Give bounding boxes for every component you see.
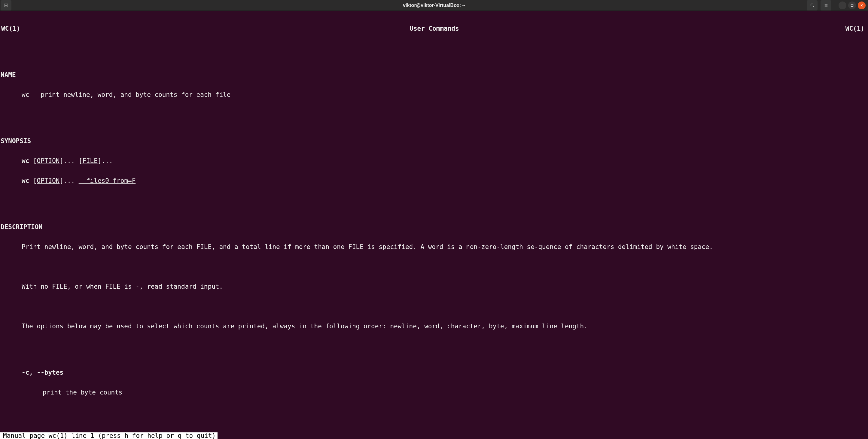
name-text: wc - print newline, word, and byte count… xyxy=(1,91,868,98)
description-para-3: The options below may be used to select … xyxy=(1,323,868,329)
menu-button[interactable] xyxy=(820,0,831,10)
pager-status-line: Manual page wc(1) line 1 (press h for he… xyxy=(0,432,218,439)
option-desc: print the byte counts xyxy=(1,389,868,396)
description-para-2: With no FILE, or when FILE is -, read st… xyxy=(1,283,868,290)
section-heading-synopsis: SYNOPSIS xyxy=(1,138,868,144)
synopsis-line-1: wc [OPTION]... [FILE]... xyxy=(1,157,868,164)
svg-rect-9 xyxy=(851,4,853,6)
search-button[interactable] xyxy=(807,0,817,10)
window-title: viktor@viktor-VirtualBox: ~ xyxy=(0,3,868,8)
terminal-viewport[interactable]: WC(1) User Commands WC(1) NAME wc - prin… xyxy=(0,11,868,439)
minimize-button[interactable] xyxy=(839,1,846,9)
option-flags: -c, --bytes xyxy=(1,369,868,376)
close-button[interactable] xyxy=(858,1,866,9)
maximize-button[interactable] xyxy=(848,1,856,9)
man-header-left: WC(1) xyxy=(1,25,25,32)
section-heading-name: NAME xyxy=(1,71,868,78)
titlebar: viktor@viktor-VirtualBox: ~ xyxy=(0,0,868,11)
svg-point-3 xyxy=(811,4,813,6)
description-para-1: Print newline, word, and byte counts for… xyxy=(1,243,868,250)
new-tab-button[interactable] xyxy=(1,0,11,10)
man-header-right: WC(1) xyxy=(843,25,867,32)
man-header: WC(1) User Commands WC(1) xyxy=(1,25,868,32)
man-header-center: User Commands xyxy=(25,25,843,32)
section-heading-description: DESCRIPTION xyxy=(1,224,868,230)
man-page-content: WC(1) User Commands WC(1) NAME wc - prin… xyxy=(0,12,868,439)
svg-line-4 xyxy=(813,6,814,7)
synopsis-line-2: wc [OPTION]... --files0-from=F xyxy=(1,177,868,184)
